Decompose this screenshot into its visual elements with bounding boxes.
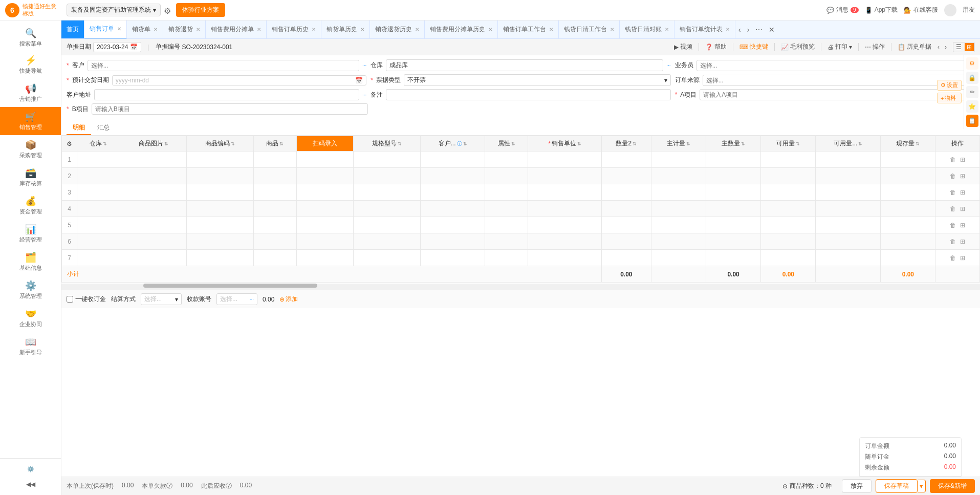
sidebar-item-purchase[interactable]: 📦 采购管理 [0,135,61,163]
sidebar-item-operations[interactable]: 📊 经营管理 [0,220,61,248]
tab-sales-stats[interactable]: 销售订单统计表 ✕ [674,20,735,39]
right-panel-lock-icon[interactable]: 🔒 [966,72,978,84]
row-6-copy-icon[interactable]: ⊞ [959,238,967,246]
col-customer-code-header[interactable]: 客户... ⓘ ⇅ [420,136,485,152]
row-7-product-code[interactable] [187,250,254,266]
tab-close-sales-credit[interactable]: ✕ [154,27,158,32]
row-7-product-image[interactable] [120,250,187,266]
tab-close-sales-order[interactable]: ✕ [117,26,121,32]
row-2-product-code[interactable] [187,168,254,184]
tab-close-sales-return[interactable]: ✕ [196,27,200,32]
row-6-delete-icon[interactable]: 🗑 [949,238,957,246]
one-click-payment[interactable]: 一键收订金 [67,295,106,304]
sidebar-item-finance[interactable]: 💰 资金管理 [0,191,61,220]
row-6-warehouse[interactable] [77,233,120,250]
row-7-stock[interactable] [881,250,935,266]
row-7-copy-icon[interactable]: ⊞ [959,254,967,262]
row-1-main-qty[interactable] [706,152,760,168]
row-6-sales-unit[interactable] [528,233,602,250]
row-3-main-qty[interactable] [706,184,760,201]
row-6-product-image[interactable] [120,233,187,250]
b-project-input[interactable] [92,103,368,115]
row-2-available[interactable] [761,168,816,184]
tab-sales-history[interactable]: 销售订单历史 ✕ [267,20,321,39]
row-2-scan[interactable] [296,168,353,184]
sidebar-item-base[interactable]: 🗂️ 基础信息 [0,248,61,276]
address-expand-btn[interactable]: ··· [362,92,366,98]
delivery-date-input[interactable]: yyyy-mm-dd 📅 [112,75,367,85]
row-1-copy-icon[interactable]: ⊞ [959,156,967,164]
row-2-delete-icon[interactable]: 🗑 [949,172,957,180]
row-3-spec[interactable] [354,184,421,201]
row-3-customer-code[interactable] [420,184,485,201]
row-4-sales-unit[interactable] [528,201,602,217]
col-main-unit-header[interactable]: 主计量 ⇅ [651,136,706,152]
row-1-spec[interactable] [354,152,421,168]
add-payment-btn[interactable]: ⊕ 添加 [279,295,298,304]
row-1-main-unit[interactable] [651,152,706,168]
toolbar-nav-prev[interactable]: ‹ [935,44,942,51]
row-5-sales-unit[interactable] [528,217,602,233]
row-2-quantity2[interactable] [601,168,651,184]
tab-cash-reconcile[interactable]: 钱货日清对账 ✕ [620,20,674,39]
tab-huizong[interactable]: 汇总 [91,121,116,135]
row-4-spec[interactable] [354,201,421,217]
online-service-btn[interactable]: 💁 在线客服 [904,6,938,14]
tab-sales-expense[interactable]: 销售费用分摊单 ✕ [206,20,267,39]
row-4-warehouse[interactable] [77,201,120,217]
tab-close-cash-reconcile[interactable]: ✕ [665,27,669,32]
row-5-customer-code[interactable] [420,217,485,233]
row-7-attribute[interactable] [485,250,528,266]
view-grid-btn[interactable]: ⊞ [965,43,974,51]
row-7-spec[interactable] [354,250,421,266]
col-product-name-header[interactable]: 商品 ⇅ [254,136,297,152]
row-2-main-qty[interactable] [706,168,760,184]
col-product-image-header[interactable]: 商品图片 ⇅ [120,136,187,152]
row-1-product-image[interactable] [120,152,187,168]
row-7-scan[interactable] [296,250,353,266]
row-4-stock[interactable] [881,201,935,217]
row-5-delete-icon[interactable]: 🗑 [949,221,957,229]
tab-home[interactable]: 首页 [61,20,84,39]
sidebar-item-enterprise[interactable]: 🤝 企业协同 [0,304,61,332]
tab-credit-history[interactable]: 销货单历史 ✕ [321,20,370,39]
row-1-customer-code[interactable] [420,152,485,168]
col-available2-header[interactable]: 可用量... ⇅ [816,136,881,152]
tab-close-cash-daily[interactable]: ✕ [610,27,614,32]
row-3-attribute[interactable] [485,184,528,201]
print-btn[interactable]: 🖨 打印 ▾ [827,42,852,51]
right-panel-clip-icon[interactable]: 📋 [966,115,978,127]
date-input[interactable]: 2023-03-24 📅 [93,42,141,52]
row-2-warehouse[interactable] [77,168,120,184]
row-4-main-unit[interactable] [651,201,706,217]
row-7-main-unit[interactable] [651,250,706,266]
account-select[interactable]: 选择... ··· [216,293,257,305]
row-6-stock[interactable] [881,233,935,250]
toolbar-nav-next[interactable]: › [943,44,949,51]
row-4-main-qty[interactable] [706,201,760,217]
sidebar-item-system[interactable]: ⚙️ 系统管理 [0,276,61,304]
tab-close-expense-history[interactable]: ✕ [488,27,492,32]
save-new-btn[interactable]: 保存&新增 [930,479,975,493]
customer-input[interactable] [88,60,359,71]
row-4-product-image[interactable] [120,201,187,217]
row-6-available2[interactable] [816,233,881,250]
messages-btn[interactable]: 💬 消息 9 [826,6,859,14]
help-btn[interactable]: ❓ 帮助 [705,42,727,51]
view-btn[interactable]: ▶ 视频 [674,42,692,51]
row-5-warehouse[interactable] [77,217,120,233]
row-6-customer-code[interactable] [420,233,485,250]
tab-close-sales-stats[interactable]: ✕ [726,27,730,32]
row-7-main-qty[interactable] [706,250,760,266]
col-available-header[interactable]: 可用量 ⇅ [761,136,816,152]
tab-expense-history[interactable]: 销售费用分摊单历史 ✕ [425,20,498,39]
row-1-attribute[interactable] [485,152,528,168]
col-spec-header[interactable]: 规格型号 ⇅ [354,136,421,152]
account-expand-btn[interactable]: ··· [250,296,254,302]
row-5-attribute[interactable] [485,217,528,233]
customer-expand-btn[interactable]: ··· [362,62,366,68]
col-settings-header[interactable]: ⚙ [62,136,77,152]
row-2-attribute[interactable] [485,168,528,184]
row-4-available[interactable] [761,201,816,217]
col-attribute-header[interactable]: 属性 ⇅ [485,136,528,152]
